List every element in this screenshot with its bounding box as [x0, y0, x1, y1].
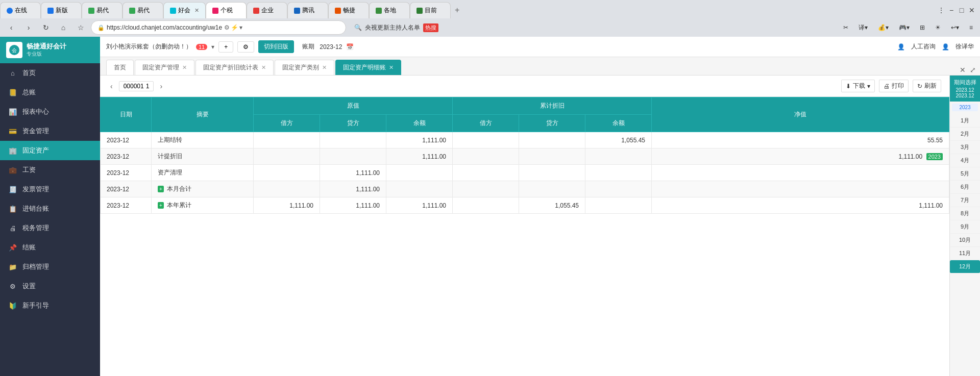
- scissors-btn[interactable]: ✂: [840, 23, 851, 32]
- th-orig-balance: 余额: [386, 115, 453, 132]
- prev-page-button[interactable]: ‹: [108, 81, 115, 91]
- period-selected1: 2023.12: [952, 87, 978, 93]
- row4-orig-credit: 1,111.00: [320, 181, 386, 197]
- help-label[interactable]: 人工咨询: [911, 42, 936, 51]
- tab-close-depreciation[interactable]: ✕: [261, 64, 266, 71]
- panel-resize-icon[interactable]: ⤢: [970, 66, 976, 74]
- minimize-icon[interactable]: −: [947, 6, 955, 14]
- sidebar-item-trade[interactable]: 📋 进销台账: [0, 199, 100, 218]
- period-month-7[interactable]: 7月: [950, 194, 980, 207]
- period-month-9[interactable]: 9月: [950, 220, 980, 234]
- home-button[interactable]: ⌂: [56, 20, 70, 35]
- tab-muqian[interactable]: 目前: [410, 2, 451, 18]
- add-company-button[interactable]: +: [218, 41, 233, 53]
- page-indicator: 000001 1: [119, 81, 154, 91]
- bookmark-button[interactable]: ☆: [74, 20, 88, 35]
- tab-asset-management[interactable]: 固定资产管理 ✕: [135, 60, 194, 75]
- period-month-8[interactable]: 8月: [950, 207, 980, 220]
- search-icon: 🔍: [354, 24, 362, 31]
- new-tab-button[interactable]: +: [451, 2, 463, 18]
- period-month-1[interactable]: 1月: [950, 114, 980, 128]
- month-total-badge: +: [158, 186, 164, 192]
- tab-tengxun[interactable]: 腾讯: [287, 2, 328, 18]
- tab-category-label: 固定资产类别: [282, 63, 319, 72]
- row1-date: 2023-12: [101, 132, 152, 148]
- sidebar-item-close-book[interactable]: 📌 结账: [0, 238, 100, 257]
- download-dropdown-icon: ▾: [867, 83, 870, 90]
- undo-btn[interactable]: ↩▾: [948, 23, 962, 32]
- tab-gedi[interactable]: 各地: [369, 2, 410, 18]
- tab-asset-category[interactable]: 固定资产类别 ✕: [275, 60, 334, 75]
- tab-yidai1[interactable]: 易代: [82, 2, 122, 18]
- grid-btn[interactable]: ⊞: [917, 23, 928, 32]
- period-month-2[interactable]: 2月: [950, 128, 980, 141]
- maximize-icon[interactable]: □: [958, 6, 966, 14]
- download-button[interactable]: ⬇ 下载 ▾: [841, 80, 875, 92]
- back-button[interactable]: ‹: [4, 20, 18, 35]
- tab-close-category[interactable]: ✕: [322, 64, 327, 71]
- sidebar-item-tax[interactable]: 🖨 税务管理: [0, 218, 100, 238]
- tab-haohui[interactable]: 好会 ✕: [163, 2, 206, 18]
- sidebar-item-assets[interactable]: 🏢 固定资产: [0, 141, 100, 160]
- tab-changjie[interactable]: 畅捷: [328, 2, 369, 18]
- tab-qiye[interactable]: 企业: [247, 2, 287, 18]
- sidebar-item-archive[interactable]: 📁 归档管理: [0, 257, 100, 277]
- translate-btn[interactable]: 译▾: [855, 22, 871, 33]
- tab-asset-detail[interactable]: 固定资产明细账 ✕: [335, 60, 401, 75]
- sidebar-item-funds[interactable]: 💳 资金管理: [0, 121, 100, 141]
- period-month-12[interactable]: 12月: [950, 260, 980, 273]
- sidebar-item-reports[interactable]: 📊 报表中心: [0, 102, 100, 121]
- tab-online[interactable]: 在线: [0, 2, 41, 18]
- next-page-button[interactable]: ›: [158, 81, 164, 91]
- row1-orig-balance: 1,111.00: [386, 132, 453, 148]
- tab-gesui[interactable]: 个税: [206, 2, 247, 18]
- forward-button[interactable]: ›: [21, 20, 36, 35]
- period-year-label: 2023: [952, 104, 978, 111]
- th-accum-debit: 借方: [453, 115, 519, 132]
- search-text: 央视更新主持人名单: [365, 23, 420, 32]
- url-dropdown[interactable]: ▾: [239, 24, 242, 31]
- row3-date: 2023-12: [101, 165, 152, 181]
- period-month-11[interactable]: 11月: [950, 247, 980, 260]
- sidebar-item-home[interactable]: ⌂ 首页: [0, 63, 100, 83]
- tab-new[interactable]: 新版: [41, 2, 82, 18]
- sidebar-item-ledger[interactable]: 📒 总账: [0, 83, 100, 102]
- tab-home[interactable]: 首页: [106, 60, 134, 75]
- switch-version-button[interactable]: 切到旧版: [258, 40, 294, 53]
- period-month-6[interactable]: 6月: [950, 181, 980, 194]
- calendar-icon[interactable]: 📅: [346, 43, 354, 51]
- table-toolbar: ‹ 000001 1 › ⬇ 下载 ▾: [100, 76, 949, 97]
- sidebar-label-settings: 设置: [22, 282, 36, 291]
- settings-icon-btn[interactable]: ⚙: [237, 41, 254, 53]
- period-month-4[interactable]: 4月: [950, 154, 980, 167]
- page-num: 1: [146, 83, 150, 90]
- user-label[interactable]: 徐译华: [955, 42, 974, 51]
- row3-accum-debit: [453, 165, 519, 181]
- tab-yidai2[interactable]: 易代: [122, 2, 163, 18]
- period-month-3[interactable]: 3月: [950, 141, 980, 154]
- sidebar-item-guide[interactable]: 🔰 新手引导: [0, 296, 100, 315]
- sidebar-item-salary[interactable]: 💼 工资: [0, 160, 100, 180]
- dropdown-icon[interactable]: ▾: [211, 43, 214, 51]
- period-month-10[interactable]: 10月: [950, 234, 980, 247]
- period-month-5[interactable]: 5月: [950, 167, 980, 181]
- panel-close-icon[interactable]: ✕: [960, 66, 966, 74]
- sidebar-item-invoice[interactable]: 🧾 发票管理: [0, 180, 100, 199]
- refresh-button[interactable]: ↻ 刷新: [913, 80, 941, 92]
- close-window-icon[interactable]: ✕: [968, 6, 976, 14]
- sidebar-item-settings[interactable]: ⚙ 设置: [0, 277, 100, 296]
- sidebar-label-tax: 税务管理: [22, 223, 49, 233]
- tab-close-haohui[interactable]: ✕: [194, 7, 199, 14]
- print-button[interactable]: 🖨 打印: [879, 80, 909, 92]
- wallet-btn[interactable]: 💰▾: [875, 23, 892, 32]
- address-bar[interactable]: 🔒 https://cloud.chanjet.com/accounting/u…: [91, 20, 346, 35]
- tab-close-asset-management[interactable]: ✕: [182, 64, 187, 71]
- menu-btn[interactable]: ≡: [966, 23, 976, 32]
- user-icon: 👤: [942, 43, 949, 51]
- sun-btn[interactable]: ☀: [932, 23, 944, 32]
- game-btn[interactable]: 🎮▾: [896, 23, 913, 32]
- refresh-button[interactable]: ↻: [39, 20, 53, 35]
- tab-close-detail[interactable]: ✕: [389, 64, 394, 71]
- tab-depreciation-table[interactable]: 固定资产折旧统计表 ✕: [195, 60, 274, 75]
- tab-list-icon[interactable]: ⋮: [937, 6, 945, 14]
